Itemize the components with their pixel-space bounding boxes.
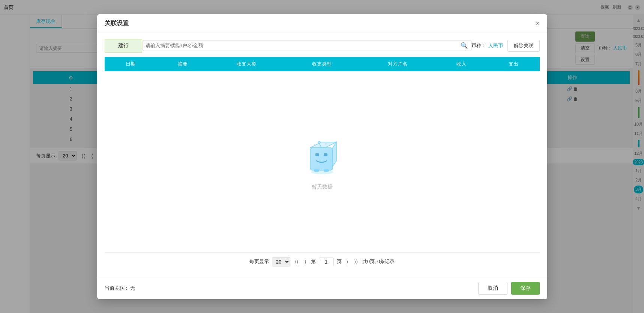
bank-tab-ccb[interactable]: 建行 (105, 39, 142, 52)
svg-rect-12 (324, 169, 329, 172)
empty-state: 暂无数据 (105, 71, 540, 252)
footer-buttons: 取消 保存 (478, 282, 540, 295)
svg-marker-2 (310, 142, 336, 148)
svg-point-8 (314, 144, 315, 145)
modal-search-input[interactable] (146, 43, 461, 48)
modal-close-btn[interactable]: × (536, 20, 540, 27)
modal-currency: 币种： 人民币 (471, 42, 503, 49)
empty-text: 暂无数据 (312, 184, 333, 190)
modal-page-first-btn[interactable]: ⟨⟨ (293, 258, 300, 265)
modal-col-expense: 支出 (487, 57, 539, 71)
modal-col-summary: 摘要 (157, 57, 209, 71)
current-link-label: 当前关联： 无 (105, 285, 135, 292)
modal-page-input[interactable] (319, 258, 334, 266)
modal-col-type: 收支类型 (284, 57, 360, 71)
modal-table: 日期 摘要 收支大类 收支类型 对方户名 收入 支出 (105, 57, 540, 71)
svg-point-7 (325, 144, 326, 145)
svg-rect-1 (310, 148, 333, 170)
svg-rect-5 (324, 153, 327, 156)
empty-state-icon (300, 133, 345, 178)
modal-title: 关联设置 (105, 19, 129, 27)
modal-page-suffix: 页 (337, 258, 342, 265)
modal-footer: 当前关联： 无 取消 保存 (97, 277, 547, 299)
svg-rect-4 (315, 153, 319, 156)
modal-body: 建行 🔍 币种： 人民币 解除关联 日期 摘要 收支大类 (97, 33, 547, 277)
association-settings-modal: 关联设置 × 建行 🔍 币种： 人民币 解除关联 (97, 14, 547, 299)
unlink-button[interactable]: 解除关联 (507, 40, 540, 52)
search-icon[interactable]: 🔍 (461, 42, 468, 49)
modal-page-label: 第 (311, 258, 316, 265)
cancel-button[interactable]: 取消 (478, 282, 507, 295)
svg-rect-11 (314, 169, 319, 172)
modal-col-category: 收支大类 (209, 57, 284, 71)
modal-col-date: 日期 (105, 57, 157, 71)
modal-total-info: 共0页, 0条记录 (362, 258, 395, 265)
modal-page-prev-btn[interactable]: ⟨ (303, 258, 308, 265)
search-row: 🔍 (142, 40, 471, 51)
modal-page-next-btn[interactable]: ⟩ (345, 258, 350, 265)
save-button[interactable]: 保存 (511, 282, 540, 295)
svg-point-10 (318, 141, 320, 144)
bank-tab-row: 建行 🔍 币种： 人民币 解除关联 (105, 39, 540, 52)
modal-pagination: 每页显示 20 ⟨⟨ ⟨ 第 页 ⟩ ⟩⟩ 共0页, 0条记录 (105, 252, 540, 271)
modal-per-page-select[interactable]: 20 (272, 257, 290, 267)
modal-overlay: 关联设置 × 建行 🔍 币种： 人民币 解除关联 (0, 0, 644, 313)
modal-col-income: 收入 (435, 57, 487, 71)
modal-col-counterpart: 对方户名 (360, 57, 435, 71)
modal-per-page-label: 每页显示 (249, 258, 269, 265)
svg-marker-3 (333, 142, 336, 166)
modal-page-last-btn[interactable]: ⟩⟩ (353, 258, 359, 265)
modal-header: 关联设置 × (97, 14, 547, 33)
